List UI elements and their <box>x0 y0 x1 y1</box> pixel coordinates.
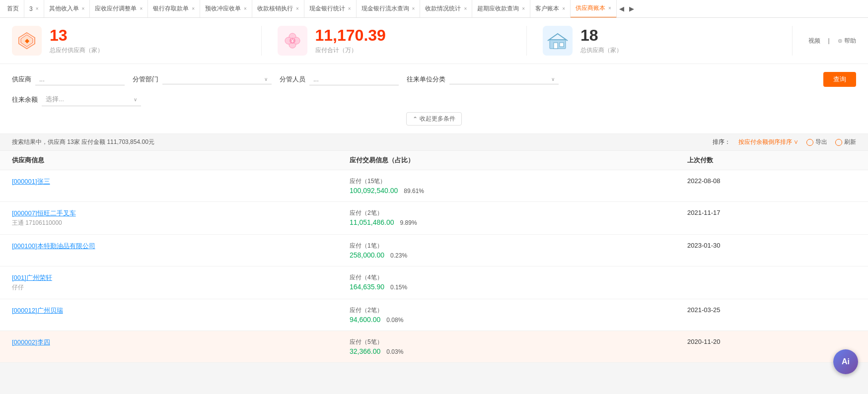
supplier-link-4[interactable]: [001]广州荣轩 <box>12 273 350 282</box>
result-bar: 搜索结果中，供应商 13家 应付金额 111,703,854.00元 排序： 按… <box>0 134 868 151</box>
export-icon <box>806 139 813 146</box>
supplier-info-6: [000002]李四 <box>12 338 350 347</box>
person-input[interactable] <box>309 73 399 85</box>
nav-tab-payment-verify-label: 收款核销执行 <box>257 4 293 13</box>
close-icon[interactable]: × <box>608 5 611 11</box>
search-filter-area: 供应商 分管部门 ∨ 分管人员 往来单位分类 ∨ 查询 往来余额 <box>0 64 868 134</box>
nav-tab-other-income-label: 其他收入单 <box>49 4 79 13</box>
unit-class-select[interactable]: ∨ <box>449 74 559 84</box>
stat-icon-store <box>543 26 573 56</box>
pay-amount-row-6: 32,366.00 0.03% <box>350 346 687 355</box>
filter-balance: 往来余额 选择... ∨ <box>12 93 141 106</box>
nav-left-arrow[interactable]: ◀ <box>617 0 627 18</box>
supplier-link-1[interactable]: [000001]张三 <box>12 177 350 186</box>
filter-row-1: 供应商 分管部门 ∨ 分管人员 往来单位分类 ∨ 查询 <box>12 72 856 87</box>
pay-percent-6: 0.03% <box>386 348 403 355</box>
pay-amount-row-3: 258,000.00 0.23% <box>350 250 687 259</box>
refresh-label: 刷新 <box>844 138 856 146</box>
header-help-area: 视频 | ⊙ 帮助 <box>808 37 856 45</box>
stat-label-payable-total: 应付合计（万） <box>315 46 386 55</box>
filter-dept-label: 分管部门 <box>133 75 158 84</box>
pay-info-2: 应付（2笔） 11,051,486.00 9.89% <box>350 209 687 226</box>
close-icon[interactable]: × <box>82 6 85 11</box>
nav-tab-cash-bank-flow[interactable]: 现金银行流水查询 × <box>357 0 421 18</box>
stat-text-payable-total: 11,170.39 应付合计（万） <box>315 27 386 55</box>
close-icon[interactable]: × <box>562 6 565 11</box>
nav-tab-payment-stat[interactable]: 收款情况统计 × <box>420 0 472 18</box>
last-pay-date-1: 2022-08-08 <box>687 177 721 185</box>
result-supplier-count: 13家 <box>67 138 79 145</box>
collapse-area: ⌃ 收起更多条件 <box>12 112 856 126</box>
close-icon[interactable]: × <box>140 6 143 11</box>
nav-tab-cash-bank-stat[interactable]: 现金银行统计 × <box>304 0 357 18</box>
stat-block-payable-suppliers: ◆ 13 总应付供应商（家） <box>12 26 262 56</box>
pay-label-4: 应付（4笔） <box>350 273 687 282</box>
close-icon[interactable]: × <box>464 6 467 11</box>
sort-select[interactable]: 按应付余额倒序排序 ∨ <box>738 138 798 146</box>
nav-tab-overdue-ar[interactable]: 超期应收款查询 × <box>472 0 530 18</box>
supplier-info-3: [000100]本特勤油品有限公司 <box>12 242 350 251</box>
table-row: [000001]张三 应付（15笔） 100,092,540.00 89.61%… <box>0 170 868 202</box>
nav-tab-bank-deposit[interactable]: 银行存取款单 × <box>148 0 200 18</box>
filter-balance-label: 往来余额 <box>12 95 38 104</box>
export-button[interactable]: 导出 <box>806 138 827 146</box>
close-icon[interactable]: × <box>192 6 195 11</box>
table-row: [000100]本特勤油品有限公司 应付（1笔） 258,000.00 0.23… <box>0 235 868 266</box>
collapse-icon: ⌃ <box>413 116 418 123</box>
table-row: [000002]李四 应付（5笔） 32,366.00 0.03% 2020-1… <box>0 331 868 363</box>
unit-class-dropdown-arrow: ∨ <box>551 76 555 82</box>
supplier-link-2[interactable]: [000007]恒旺二手叉车 <box>12 209 350 218</box>
close-icon[interactable]: × <box>36 6 39 11</box>
nav-tab-customer-ledger[interactable]: 客户账本 × <box>530 0 571 18</box>
pay-amount-row-4: 164,635.90 0.15% <box>350 282 687 291</box>
table-header-row: 供应商信息 应付交易信息（占比） 上次付数 <box>0 151 868 170</box>
filter-person: 分管人员 <box>280 73 399 85</box>
pay-percent-1: 89.61% <box>404 188 424 195</box>
pay-info-3: 应付（1笔） 258,000.00 0.23% <box>350 242 687 259</box>
nav-tab-home[interactable]: 首页 <box>2 0 24 18</box>
nav-tab-cash-bank-flow-label: 现金银行流水查询 <box>362 4 409 13</box>
nav-tab-ar-ap-adjust[interactable]: 应收应付调整单 × <box>90 0 148 18</box>
last-pay-date-3: 2023-01-30 <box>687 242 721 249</box>
supplier-link-5[interactable]: [000012]广州贝瑞 <box>12 306 350 315</box>
result-text-middle: 应付金额 <box>81 138 105 145</box>
pay-label-3: 应付（1笔） <box>350 242 687 250</box>
supplier-sub-4: 仔仔 <box>12 283 350 292</box>
supplier-link-6[interactable]: [000002]李四 <box>12 338 350 347</box>
close-icon[interactable]: × <box>348 6 351 11</box>
nav-tab-supplier-ledger[interactable]: 供应商账本 × <box>571 0 617 18</box>
video-link[interactable]: 视频 <box>808 37 820 45</box>
svg-text:¥: ¥ <box>290 38 294 44</box>
nav-tab-payment-verify[interactable]: 收款核销执行 × <box>252 0 304 18</box>
close-icon[interactable]: × <box>412 6 415 11</box>
svg-text:◆: ◆ <box>25 37 30 44</box>
close-icon[interactable]: × <box>296 6 299 11</box>
balance-select[interactable]: 选择... ∨ <box>42 93 141 106</box>
separator: | <box>828 37 830 44</box>
stat-number-total-suppliers: 18 <box>580 27 622 44</box>
supplier-link-3[interactable]: [000100]本特勤油品有限公司 <box>12 242 350 251</box>
balance-select-text: 选择... <box>46 95 64 104</box>
nav-tab-3[interactable]: 3 × <box>24 0 44 18</box>
collapse-button[interactable]: ⌃ 收起更多条件 <box>406 112 462 126</box>
supplier-input[interactable] <box>35 73 125 85</box>
collapse-label: 收起更多条件 <box>420 115 455 123</box>
nav-tab-ar-ap-adjust-label: 应收应付调整单 <box>95 4 137 13</box>
query-button[interactable]: 查询 <box>823 72 856 87</box>
supplier-sub-2: 王通 17106110000 <box>12 219 350 227</box>
dept-select[interactable]: ∨ <box>162 74 272 84</box>
result-text-prefix: 搜索结果中，供应商 <box>12 138 66 145</box>
nav-right-arrow[interactable]: ▶ <box>627 0 637 18</box>
refresh-button[interactable]: 刷新 <box>835 138 856 146</box>
pay-label-2: 应付（2笔） <box>350 209 687 217</box>
help-link[interactable]: ⊙ 帮助 <box>838 37 856 45</box>
supplier-info-2: [000007]恒旺二手叉车 王通 17106110000 <box>12 209 350 227</box>
last-pay-1: 2022-08-08 <box>687 177 856 185</box>
nav-tab-other-income[interactable]: 其他收入单 × <box>44 0 90 18</box>
last-pay-3: 2023-01-30 <box>687 242 856 249</box>
pay-info-5: 应付（2笔） 94,600.00 0.08% <box>350 306 687 324</box>
nav-tab-prepay[interactable]: 预收冲应收单 × <box>200 0 252 18</box>
close-icon[interactable]: × <box>244 6 247 11</box>
last-pay-date-6: 2020-11-20 <box>687 338 721 345</box>
close-icon[interactable]: × <box>522 6 525 11</box>
